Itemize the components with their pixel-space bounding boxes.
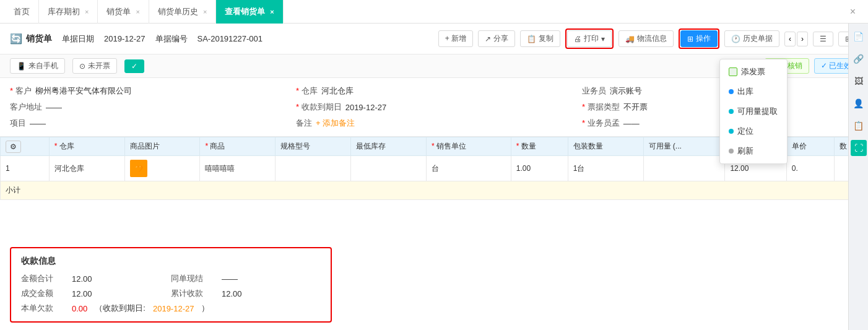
dropdown-item-outbound[interactable]: 出库 xyxy=(720,82,787,102)
next-button[interactable]: › xyxy=(797,32,808,46)
ticket-type-value: 不开票 xyxy=(623,102,648,113)
sidebar-document-icon[interactable]: 📄 xyxy=(851,28,867,45)
balance-note: （收款到期日: xyxy=(95,303,145,314)
project-label: 项目 xyxy=(10,118,26,129)
tab-sales-order[interactable]: 销货单 × xyxy=(98,0,149,24)
number-value: SA-20191227-001 xyxy=(197,34,263,43)
sales-order-icon: 🔄 xyxy=(10,33,22,45)
col-pack-qty: 包装数量 xyxy=(568,137,643,156)
transaction-amount-value: 12.00 xyxy=(72,289,92,298)
dropdown-item-invoice[interactable]: 添发票 xyxy=(720,62,787,82)
payment-date-row: 收款到期日 2019-12-27 xyxy=(296,102,572,113)
col-unit-price: 单价 xyxy=(786,137,834,156)
not-open-label: 未开票 xyxy=(88,61,110,71)
dropdown-item-locate[interactable]: 定位 xyxy=(720,121,787,141)
row-product-img: 🧡 xyxy=(124,156,200,181)
balance-note-end: ） xyxy=(201,303,209,314)
tab-bar: 首页 库存期初 × 销货单 × 销货单历史 × 查看销货单 × × xyxy=(0,0,868,24)
doc-header: 🔄 销货单 单据日期 2019-12-27 单据编号 SA-20191227-0… xyxy=(0,24,868,54)
salesperson-value: 演示账号 xyxy=(610,85,642,97)
doc-type-label: 销货单 xyxy=(26,33,52,45)
warehouse-label: 仓库 xyxy=(296,85,318,97)
customer-value: 柳州粤港平安气体有限公司 xyxy=(35,85,132,97)
same-order-value: —— xyxy=(222,274,238,284)
row-pack-qty: 1台 xyxy=(568,156,643,181)
copy-icon: 📋 xyxy=(527,35,536,43)
history-icon: 🕐 xyxy=(731,35,740,43)
invoice-icon xyxy=(729,67,737,76)
outbound-dot xyxy=(729,89,734,94)
sidebar-image-icon[interactable]: 🖼 xyxy=(851,73,867,89)
share-button[interactable]: ↗ 分享 xyxy=(478,30,515,47)
balance-label: 本单欠款 xyxy=(21,303,64,314)
sidebar-user-icon[interactable]: 👤 xyxy=(851,95,867,111)
total-amount-label: 金额合计 xyxy=(21,273,64,284)
subtotal-row: 小计 xyxy=(1,181,868,200)
history-button[interactable]: 🕐 历史单据 xyxy=(724,30,779,47)
sidebar-list-icon[interactable]: 📋 xyxy=(851,118,867,134)
new-button[interactable]: + 新增 xyxy=(438,30,473,47)
view-toggle-list[interactable]: ☰ xyxy=(813,32,833,46)
from-phone-button[interactable]: 📱 来自手机 xyxy=(10,58,65,74)
customer-label: 客户 xyxy=(10,85,32,97)
print-button[interactable]: 🖨 打印 ▾ xyxy=(567,30,612,47)
project-value: —— xyxy=(30,119,46,128)
tab-view-sales[interactable]: 查看销货单 × xyxy=(216,0,283,24)
dropdown-item-refresh[interactable]: 刷新 xyxy=(720,141,787,161)
not-open-ticket-button[interactable]: ⊙ 未开票 xyxy=(72,58,117,74)
salesperson2-value: —— xyxy=(623,119,640,128)
history-label: 历史单据 xyxy=(743,33,773,44)
tab-inventory-init[interactable]: 库存期初 × xyxy=(39,0,98,24)
window-close-button[interactable]: × xyxy=(843,6,863,17)
row-sales-unit: 台 xyxy=(426,156,511,181)
prev-button[interactable]: ‹ xyxy=(784,32,796,46)
row-min-stock xyxy=(351,156,427,181)
operation-button[interactable]: ⊞ 操作 xyxy=(680,30,718,47)
payment-date-value: 2019-12-27 xyxy=(345,103,387,112)
print-label: 打印 xyxy=(584,33,599,44)
tab-sales-order-close[interactable]: × xyxy=(136,8,139,15)
copy-button[interactable]: 📋 复制 xyxy=(520,30,560,47)
sidebar-link-icon[interactable]: 🔗 xyxy=(851,51,867,67)
col-available: 可用量 (... xyxy=(643,137,725,156)
col-qty: * 数量 xyxy=(511,137,568,156)
customer-address-value: —— xyxy=(46,103,62,112)
salesperson2-label: 业务员孟 xyxy=(582,118,620,129)
print-dropdown-arrow: ▾ xyxy=(601,35,605,43)
row-qty: 1.00 xyxy=(511,156,568,181)
product-image: 🧡 xyxy=(130,160,147,177)
confirm-button[interactable]: ✓ xyxy=(124,59,144,73)
logistics-button[interactable]: 🚚 物流信息 xyxy=(618,30,674,47)
customer-address-label: 客户地址 xyxy=(10,102,42,113)
sidebar-expand-icon[interactable]: ⛶ xyxy=(851,140,867,156)
logistics-icon: 🚚 xyxy=(625,35,635,43)
warehouse-value: 河北仓库 xyxy=(321,85,354,97)
row-available xyxy=(643,156,725,181)
col-product-img: 商品图片 xyxy=(124,137,200,156)
dropdown-item-available[interactable]: 可用量提取 xyxy=(720,102,787,121)
col-product: * 商品 xyxy=(200,137,276,156)
salesperson-label: 业务员 xyxy=(582,85,606,97)
from-phone-label: 来自手机 xyxy=(28,61,58,71)
note-row: 备注 + 添加备注 xyxy=(296,118,572,129)
add-note-button[interactable]: + 添加备注 xyxy=(316,118,355,129)
balance-row: 本单欠款 0.00 （收款到期日: 2019-12-27 ） xyxy=(21,303,321,314)
ticket-icon: ⊙ xyxy=(79,62,85,71)
row-num: 1 xyxy=(1,156,50,181)
same-order-row: 同单现结 —— xyxy=(171,273,321,284)
locate-dot xyxy=(729,129,734,134)
tab-sales-history-close[interactable]: × xyxy=(203,8,207,15)
tab-sales-history[interactable]: 销货单历史 × xyxy=(149,0,216,24)
total-amount-value: 12.00 xyxy=(72,274,92,284)
note-label: 备注 xyxy=(296,118,312,129)
same-order-label: 同单现结 xyxy=(171,273,214,284)
table-settings-icon[interactable]: ⚙ xyxy=(6,141,21,153)
col-sales-unit: * 销售单位 xyxy=(426,137,511,156)
doc-meta: 单据日期 2019-12-27 单据编号 SA-20191227-001 xyxy=(62,33,263,45)
doc-title: 🔄 销货单 xyxy=(10,33,52,45)
tab-home[interactable]: 首页 xyxy=(5,0,39,24)
transaction-amount-label: 成交金额 xyxy=(21,288,64,299)
tab-view-sales-close[interactable]: × xyxy=(270,8,274,15)
transaction-amount-row: 成交金额 12.00 xyxy=(21,288,171,299)
tab-inventory-init-close[interactable]: × xyxy=(85,8,89,15)
